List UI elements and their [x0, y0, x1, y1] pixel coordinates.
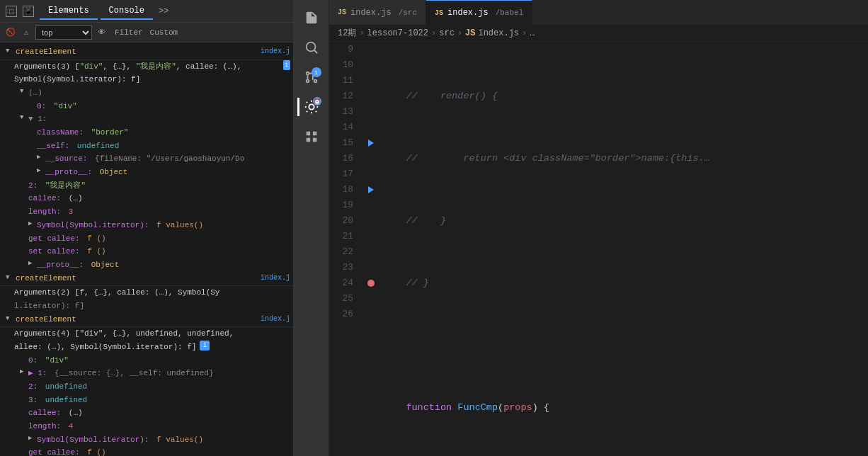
- log-entry-1[interactable]: createElement index.j: [0, 45, 293, 60]
- breadcrumb-src[interactable]: src: [439, 28, 455, 38]
- tree-item: ▶ 1: {__source: {…}, __self: undefined}: [0, 367, 293, 380]
- tree-item: 0: "div": [0, 100, 293, 113]
- log-filename[interactable]: index.j: [261, 314, 290, 325]
- log-text: Arguments(2) [f, {…}, callee: (…), Symbo…: [14, 286, 219, 300]
- line-number: 11: [329, 73, 365, 89]
- activity-icon-search[interactable]: [299, 35, 324, 59]
- filter-icon[interactable]: ⚠: [20, 26, 33, 39]
- tree-item: Arguments(3) ["div", {…}, "我是内容", callee…: [0, 60, 293, 86]
- tree-item: 2: undefined: [0, 380, 293, 394]
- gutter-row: [365, 57, 377, 73]
- collapse-icon[interactable]: [20, 86, 27, 97]
- device-icon[interactable]: 📱: [23, 6, 34, 17]
- gutter-row: [365, 198, 377, 213]
- expand-icon[interactable]: [28, 433, 35, 444]
- debug-indicator-18: [365, 182, 377, 198]
- log-text: createElement: [16, 273, 76, 285]
- tree-item: length: 4: [0, 420, 293, 433]
- code-editor[interactable]: // render() { // return <div className="…: [377, 42, 868, 456]
- collapse-icon[interactable]: [6, 46, 13, 56]
- collapse-icon[interactable]: [20, 113, 27, 123]
- breadcrumb-index[interactable]: index.js: [478, 28, 519, 38]
- editor-tabs: JS index.js /src JS index.js /babel: [329, 0, 868, 25]
- editor-body: 9 10 11 12 13 14 15 16 17 18 19 20 21 22…: [329, 42, 868, 456]
- line-number: 15: [329, 135, 365, 151]
- tree-item: Symbol(Symbol.iterator): f values(): [0, 433, 293, 447]
- breadcrumb-js: JS: [465, 28, 475, 38]
- collapse-icon[interactable]: [6, 314, 13, 324]
- tab-path: /src: [399, 8, 417, 17]
- line-number: 24: [329, 275, 365, 291]
- tab-label: index.js: [447, 8, 489, 18]
- expand-icon[interactable]: [37, 166, 44, 176]
- editor-area: JS index.js /src JS index.js /babel 12期 …: [329, 0, 868, 456]
- line-number: 13: [329, 104, 365, 120]
- log-text: Arguments(4) ["div", {…}, undefined, und…: [14, 327, 234, 341]
- breakpoint-dot: [367, 280, 375, 287]
- execution-context-select[interactable]: top: [35, 25, 92, 40]
- breakpoint-24[interactable]: [365, 275, 377, 291]
- line-numbers: 9 10 11 12 13 14 15 16 17 18 19 20 21 22…: [329, 42, 365, 456]
- code-line-11: // }: [383, 213, 868, 229]
- tree-item: 2: "我是内容": [0, 179, 293, 193]
- line-number: 25: [329, 291, 365, 307]
- line-number: 18: [329, 182, 365, 198]
- activity-icon-files[interactable]: [299, 6, 324, 30]
- tab-elements[interactable]: Elements: [40, 3, 98, 20]
- tree-item: Arguments(2) [f, {…}, callee: (…), Symbo…: [0, 286, 293, 300]
- gutter-row: [365, 89, 377, 104]
- gutter-row: [365, 229, 377, 244]
- tree-item: __proto__: Object: [0, 166, 293, 179]
- expand-icon[interactable]: [20, 367, 27, 377]
- log-entry-2[interactable]: createElement index.j: [0, 272, 293, 287]
- expand-icon[interactable]: [28, 258, 35, 269]
- line-number: 26: [329, 307, 365, 322]
- line-number: 22: [329, 244, 365, 260]
- line-number: 14: [329, 120, 365, 135]
- inspect-icon[interactable]: ⬚: [6, 6, 17, 17]
- console-content[interactable]: createElement index.j Arguments(3) ["div…: [0, 42, 293, 456]
- tree-item: set callee: f (): [0, 245, 293, 258]
- code-line-10: // return <div className="border">name:{…: [383, 151, 868, 166]
- tab-index-js-1[interactable]: JS index.js /src: [329, 0, 426, 25]
- more-tabs-icon[interactable]: >>: [156, 4, 171, 19]
- eye-icon[interactable]: 👁: [95, 26, 108, 39]
- tab-path: /babel: [496, 8, 524, 17]
- tab-index-js-2[interactable]: JS index.js /babel: [426, 0, 532, 25]
- tree-item: length: 3: [0, 205, 293, 219]
- clear-console-icon[interactable]: 🚫: [4, 26, 17, 39]
- breadcrumb-ellipsis[interactable]: …: [530, 28, 535, 38]
- log-filename[interactable]: index.j: [261, 46, 290, 57]
- expand-icon[interactable]: [28, 219, 35, 229]
- activity-icon-git[interactable]: 1: [299, 65, 324, 89]
- info-badge: i: [200, 341, 210, 350]
- debug-arrow: [368, 139, 374, 147]
- code-line-9: // render() {: [383, 89, 868, 104]
- debug-arrow: [368, 186, 374, 193]
- log-entry-3[interactable]: createElement index.j: [0, 313, 293, 328]
- log-text: Arguments(3) ["div", {…}, "我是内容", callee…: [14, 60, 280, 86]
- expand-icon[interactable]: [37, 152, 44, 163]
- tree-item: Symbol(Symbol.iterator): f values(): [0, 219, 293, 232]
- tree-item: allee: (…), Symbol(Symbol.iterator): f] …: [0, 341, 293, 354]
- line-number: 19: [329, 198, 365, 213]
- breadcrumb-12qi[interactable]: 12期: [338, 27, 356, 39]
- tree-item: __proto__: Object: [0, 258, 293, 272]
- line-number: 21: [329, 229, 365, 244]
- breadcrumb-lesson[interactable]: lesson7-1022: [367, 28, 428, 38]
- code-line-14: function FuncCmp(props) {: [383, 400, 868, 416]
- log-filename[interactable]: index.j: [261, 273, 290, 284]
- tab-console[interactable]: Console: [101, 3, 153, 20]
- gutter-row: [365, 104, 377, 120]
- activity-icon-extensions[interactable]: [299, 125, 324, 149]
- tree-item: Arguments(4) ["div", {…}, undefined, und…: [0, 327, 293, 341]
- log-text: createElement: [16, 314, 76, 326]
- breadcrumb: 12期 › lesson7-1022 › src › JS index.js ›…: [329, 25, 868, 42]
- tree-item: __self: undefined: [0, 139, 293, 153]
- activity-icon-debug[interactable]: ⏰: [299, 95, 324, 119]
- svg-point-6: [309, 104, 314, 109]
- line-number: 17: [329, 166, 365, 182]
- collapse-icon[interactable]: [6, 273, 13, 283]
- line-number: 12: [329, 89, 365, 104]
- gutter-row: [365, 73, 377, 89]
